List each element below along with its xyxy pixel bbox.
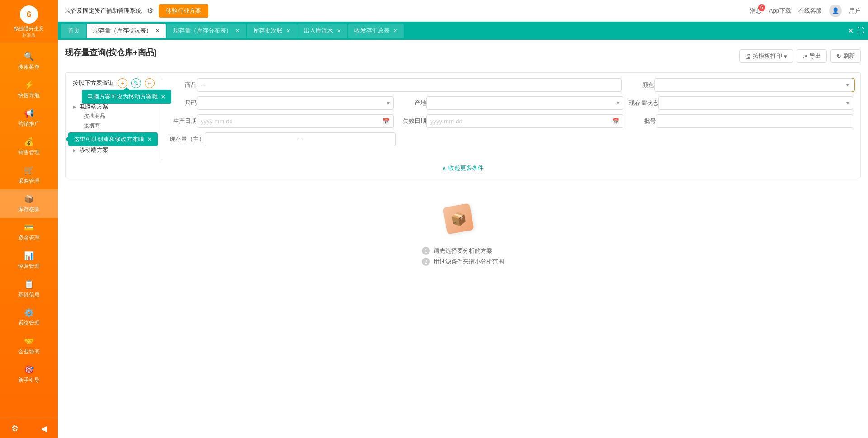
- tabbar-actions: ✕ ⛶: [848, 27, 864, 35]
- production-date-label: 生产日期: [170, 117, 197, 125]
- close-tab-batch-account[interactable]: ✕: [286, 28, 290, 34]
- close-scheme-popover[interactable]: ✕: [160, 93, 166, 100]
- tab-batch-account[interactable]: 库存批次账 ✕: [247, 24, 297, 38]
- batch-input[interactable]: [656, 114, 853, 128]
- export-button[interactable]: ↗ 导出: [797, 49, 827, 63]
- filter-batch: 批号: [629, 114, 853, 128]
- sidebar-item-sales[interactable]: 💰 销售管理: [0, 132, 58, 161]
- refresh-button[interactable]: ↻ 刷新: [830, 49, 861, 63]
- origin-label: 产地: [399, 99, 426, 107]
- sidebar-item-basic[interactable]: 📋 基础信息: [0, 275, 58, 303]
- tip-text-1: 请先选择要分析的方案: [434, 247, 492, 255]
- sidebar-item-system[interactable]: ⚙️ 系统管理: [0, 303, 58, 332]
- sidebar-item-purchase[interactable]: 🛒 采购管理: [0, 161, 58, 189]
- close-tab-receive-send[interactable]: ✕: [393, 28, 397, 34]
- expiry-date-label: 失效日期: [399, 117, 426, 125]
- mobile-scheme-group: ▶ 移动端方案: [73, 145, 155, 155]
- empty-illustration: 📦: [445, 205, 481, 241]
- filter-row-4: 现存量（主） —: [170, 132, 853, 146]
- quick-nav-icon: ⚡: [24, 80, 34, 90]
- trial-button[interactable]: 体验行业方案: [159, 4, 208, 18]
- stock-main-input[interactable]: —: [205, 132, 396, 146]
- tab-inventory-dist[interactable]: 现存量（库存分布表） ✕: [167, 24, 246, 38]
- tab-inout-flow[interactable]: 出入库流水 ✕: [297, 24, 347, 38]
- sidebar-item-operation[interactable]: 📊 经营管理: [0, 246, 58, 275]
- sidebar-item-finance[interactable]: 💳 资金管理: [0, 218, 58, 246]
- empty-state: 📦 1 请先选择要分析的方案 2 用过滤条件来缩小分析范围: [65, 178, 861, 293]
- mobile-expand-icon: ▶: [73, 148, 76, 153]
- goods-input[interactable]: ···: [197, 78, 622, 92]
- topbar-left: 装备及固定资产辅助管理系统 ⚙ 体验行业方案: [65, 4, 208, 18]
- sidebar-item-quick-nav[interactable]: ⚡ 快捷导航: [0, 75, 58, 104]
- edit-scheme-button[interactable]: ✎: [131, 78, 141, 88]
- close-create-popover[interactable]: ✕: [147, 136, 152, 143]
- filter-fields: 商品 ··· 颜色 ▾: [170, 78, 853, 146]
- sidebar-item-inventory[interactable]: 📦 库存核算: [0, 189, 58, 218]
- close-all-tabs-icon[interactable]: ✕: [848, 27, 854, 35]
- print-icon: 🖨: [745, 53, 751, 60]
- back-button[interactable]: ←: [145, 78, 155, 88]
- mobile-scheme-header[interactable]: ▶ 移动端方案: [73, 145, 155, 155]
- collapse-sidebar-button[interactable]: ◀: [41, 424, 47, 433]
- scheme-item-2[interactable]: 接搜商: [80, 121, 155, 131]
- finance-icon: 💳: [24, 222, 34, 232]
- user-icon: 👤: [832, 7, 839, 14]
- filter-row-1: 商品 ··· 颜色 ▾: [170, 78, 853, 92]
- scheme-item-1[interactable]: 按搜商品: [80, 112, 155, 121]
- close-tab-inout-flow[interactable]: ✕: [337, 28, 341, 34]
- header-actions: 🖨 按模板打印 ▾ ↗ 导出 ↻ 刷新: [739, 49, 861, 63]
- message-icon[interactable]: 消息 6: [750, 7, 762, 15]
- stock-status-label: 现存量状态: [629, 99, 658, 107]
- user-label: 用户: [849, 7, 861, 15]
- topbar-settings-icon[interactable]: ⚙: [147, 6, 153, 15]
- app-download-link[interactable]: App下载: [769, 7, 791, 15]
- sidebar: 6 畅捷通好生意 标准版 🔍 搜索菜单 ⚡ 快捷导航 📢 营销推广 💰 销售管理…: [0, 0, 58, 438]
- production-date-placeholder: yyyy-mm-dd: [201, 118, 233, 125]
- filter-origin: 产地 ▾: [399, 96, 623, 110]
- color-chevron-icon: ▾: [846, 82, 849, 88]
- close-tab-inventory-status[interactable]: ✕: [156, 28, 160, 34]
- filter-size: 尺码 ▾: [170, 96, 394, 110]
- purchase-icon: 🛒: [24, 165, 34, 175]
- collapse-button[interactable]: ∧ 收起更多条件: [442, 164, 484, 172]
- tab-home[interactable]: 首页: [61, 24, 86, 38]
- size-select[interactable]: ▾: [197, 96, 394, 110]
- sidebar-item-guide[interactable]: 🎯 新手引导: [0, 360, 58, 389]
- empty-box-icon: 📦: [443, 203, 474, 235]
- settings-button[interactable]: ⚙: [11, 424, 19, 433]
- expiry-date-input[interactable]: yyyy-mm-dd 📅: [426, 114, 623, 128]
- topbar-right: 消息 6 App下载 在线客服 👤 用户: [750, 5, 861, 17]
- sidebar-item-marketing[interactable]: 📢 营销推广: [0, 104, 58, 132]
- expiry-date-placeholder: yyyy-mm-dd: [430, 118, 462, 125]
- user-avatar[interactable]: 👤: [829, 5, 842, 17]
- filter-color: 颜色 ▾: [627, 78, 853, 92]
- sidebar-item-enterprise[interactable]: 🤝 企业协同: [0, 332, 58, 360]
- stock-main-dash: —: [297, 136, 303, 143]
- stock-status-select[interactable]: ▾: [658, 96, 853, 110]
- filter-collapse-area: ∧ 收起更多条件: [73, 164, 853, 172]
- tip-text-2: 用过滤条件来缩小分析范围: [434, 258, 504, 266]
- scheme-popover-text: 电脑方案可设为移动方案哦: [87, 93, 158, 101]
- production-date-icon[interactable]: 📅: [382, 118, 390, 125]
- tab-bar: 首页 现存量（库存状况表） ✕ 现存量（库存分布表） ✕ 库存批次账 ✕ 出入库…: [58, 22, 868, 40]
- maximize-icon[interactable]: ⛶: [857, 27, 864, 35]
- search-icon: 🔍: [24, 52, 34, 61]
- sidebar-item-search[interactable]: 🔍 搜索菜单: [0, 47, 58, 75]
- production-date-input[interactable]: yyyy-mm-dd 📅: [197, 114, 394, 128]
- close-tab-inventory-dist[interactable]: ✕: [236, 28, 240, 34]
- filter-schemes: ▶ 电脑端方案 按搜商品 接搜商: [73, 102, 155, 155]
- print-button[interactable]: 🖨 按模板打印 ▾: [739, 49, 793, 63]
- desktop-expand-icon: ▶: [73, 104, 76, 109]
- online-service-link[interactable]: 在线客服: [798, 7, 822, 15]
- stock-main-label: 现存量（主）: [170, 135, 205, 143]
- tab-inventory-status[interactable]: 现存量（库存状况表） ✕: [87, 24, 166, 38]
- goods-label: 商品: [170, 81, 197, 89]
- expiry-date-icon[interactable]: 📅: [612, 118, 619, 125]
- origin-select[interactable]: ▾: [426, 96, 623, 110]
- system-icon: ⚙️: [24, 308, 34, 318]
- guide-icon: 🎯: [24, 365, 34, 375]
- color-select[interactable]: ▾: [654, 78, 853, 92]
- scheme-popover: 电脑方案可设为移动方案哦 ✕: [82, 90, 171, 104]
- logo-icon: 6: [20, 5, 38, 24]
- tab-receive-send[interactable]: 收发存汇总表 ✕: [348, 24, 404, 38]
